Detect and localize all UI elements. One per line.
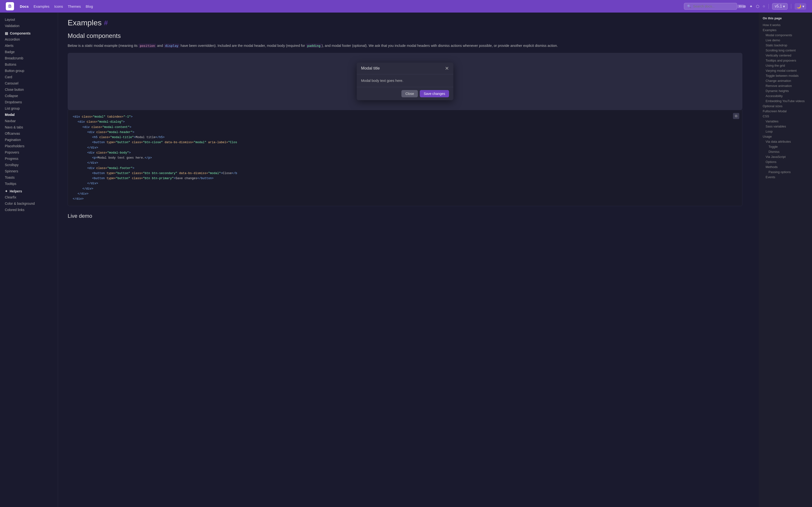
sidebar-item-tooltips[interactable]: Tooltips	[0, 181, 58, 187]
sidebar-item-close-button[interactable]: Close button	[0, 87, 58, 93]
sidebar-item-card[interactable]: Card	[0, 74, 58, 80]
sidebar-item-toasts[interactable]: Toasts	[0, 174, 58, 181]
navbar-search[interactable]: 🔍 ⌘K	[684, 3, 737, 10]
code-line-15: </div>	[73, 186, 737, 191]
navbar-links: Docs Examples Icons Themes Blog	[20, 4, 93, 8]
theme-toggle[interactable]: 🌙 ▾	[795, 3, 806, 10]
components-icon: ▤	[5, 32, 8, 35]
sidebar-item-breadcrumb[interactable]: Breadcrumb	[0, 55, 58, 61]
nav-docs[interactable]: Docs	[20, 4, 29, 8]
rs-youtube[interactable]: Embedding YouTube videos	[759, 99, 812, 104]
rs-css[interactable]: CSS	[759, 114, 812, 119]
rs-toggle[interactable]: Toggle	[759, 144, 812, 149]
modal-footer: Close Save changes	[357, 87, 453, 100]
copy-button[interactable]: ⧉	[733, 113, 739, 119]
code-line-7: </div>	[73, 145, 737, 151]
sidebar-item-carousel[interactable]: Carousel	[0, 80, 58, 87]
sidebar-item-badge[interactable]: Badge	[0, 49, 58, 55]
github-icon[interactable]: ⊗	[743, 4, 746, 9]
rs-grid[interactable]: Using the grid	[759, 63, 812, 68]
rs-sass-variables[interactable]: Sass variables	[759, 124, 812, 129]
rs-via-js[interactable]: Via JavaScript	[759, 154, 812, 159]
rs-usage[interactable]: Usage	[759, 134, 812, 139]
rs-remove-animation[interactable]: Remove animation	[759, 83, 812, 89]
sidebar-item-scrollspy[interactable]: Scrollspy	[0, 162, 58, 168]
sidebar-item-dropdowns[interactable]: Dropdowns	[0, 99, 58, 105]
rs-tooltips-popovers[interactable]: Tooltips and popovers	[759, 58, 812, 63]
sidebar-item-popovers[interactable]: Popovers	[0, 149, 58, 156]
sidebar-item-spinners[interactable]: Spinners	[0, 168, 58, 174]
nav-blog[interactable]: Blog	[86, 4, 93, 8]
rs-options[interactable]: Options	[759, 159, 812, 164]
code-line-9: <p>Modal body text goes here.</p>	[73, 156, 737, 161]
search-input[interactable]	[693, 4, 735, 8]
sidebar-item-modal[interactable]: Modal	[0, 112, 58, 118]
rs-scrolling[interactable]: Scrolling long content	[759, 48, 812, 53]
sidebar-item-alerts[interactable]: Alerts	[0, 43, 58, 49]
modal-components-heading: Modal components	[68, 32, 743, 40]
sidebar-item-buttons[interactable]: Buttons	[0, 61, 58, 68]
live-demo-heading: Live demo	[68, 213, 743, 219]
rs-live-demo[interactable]: Live demo	[759, 38, 812, 43]
rs-how-it-works[interactable]: How it works	[759, 22, 812, 27]
sidebar-item-colored-links[interactable]: Colored links	[0, 207, 58, 213]
slack-icon[interactable]: ⬡	[756, 4, 759, 9]
rs-events[interactable]: Events	[759, 175, 812, 180]
rs-dynamic-heights[interactable]: Dynamic heights	[759, 89, 812, 94]
modal-dialog: Modal title ✕ Modal body text goes here.…	[357, 62, 453, 100]
rs-fullscreen-modal[interactable]: Fullscreen Modal	[759, 109, 812, 114]
rs-variables[interactable]: Variables	[759, 119, 812, 124]
nav-examples[interactable]: Examples	[34, 4, 50, 8]
divider2	[791, 4, 791, 9]
rs-via-data[interactable]: Via data attributes	[759, 139, 812, 144]
sidebar-section-components: ▤ Components	[0, 29, 58, 36]
sidebar-item-navs-tabs[interactable]: Navs & tabs	[0, 124, 58, 130]
sidebar-item-clearfix[interactable]: Clearfix	[0, 194, 58, 201]
sidebar-item-list-group[interactable]: List group	[0, 105, 58, 112]
code-line-17: </div>	[73, 196, 737, 202]
navbar: B Docs Examples Icons Themes Blog 🔍 ⌘K ⊗…	[0, 0, 812, 12]
version-badge[interactable]: v5.1 ▾	[772, 3, 788, 10]
code-line-2: <div class="modal-dialog">	[73, 119, 737, 125]
nav-themes[interactable]: Themes	[68, 4, 81, 8]
twitter-icon[interactable]: ✦	[749, 4, 753, 9]
rs-examples[interactable]: Examples	[759, 27, 812, 33]
code-line-11: <div class="modal-footer">	[73, 166, 737, 171]
sidebar-item-pagination[interactable]: Pagination	[0, 137, 58, 143]
sidebar-item-collapse[interactable]: Collapse	[0, 93, 58, 99]
navbar-brand[interactable]: B	[6, 2, 14, 10]
sidebar-item-layout[interactable]: Layout	[0, 16, 58, 23]
rs-static-backdrop[interactable]: Static backdrop	[759, 43, 812, 48]
rs-vertically-centered[interactable]: Vertically centered	[759, 53, 812, 58]
sidebar-item-progress[interactable]: Progress	[0, 156, 58, 162]
rs-toggle-modals[interactable]: Toggle between modals	[759, 73, 812, 78]
modal-header: Modal title ✕	[357, 62, 453, 74]
rs-methods[interactable]: Methods	[759, 164, 812, 169]
sidebar-item-placeholders[interactable]: Placeholders	[0, 143, 58, 149]
modal-close-button[interactable]: ✕	[445, 66, 449, 71]
sidebar-item-navbar[interactable]: Navbar	[0, 118, 58, 124]
nav-icons[interactable]: Icons	[54, 4, 63, 8]
rs-passing-options[interactable]: Passing options	[759, 169, 812, 175]
open-collective-icon[interactable]: ○	[763, 4, 765, 8]
divider	[768, 4, 769, 9]
sidebar-item-color-bg[interactable]: Color & background	[0, 201, 58, 207]
code-line-4: <div class="modal-header">	[73, 130, 737, 135]
sidebar-item-accordion[interactable]: Accordion	[0, 36, 58, 43]
sidebar-item-validation[interactable]: Validation	[0, 23, 58, 29]
rs-dismiss[interactable]: Dismiss	[759, 149, 812, 154]
rs-loop[interactable]: Loop	[759, 129, 812, 134]
save-changes-button[interactable]: Save changes	[420, 90, 449, 97]
content-area: Examples # Modal components Below is a s…	[58, 12, 754, 507]
rs-optional-sizes[interactable]: Optional sizes	[759, 104, 812, 109]
rs-change-animation[interactable]: Change animation	[759, 78, 812, 83]
page-title-hash[interactable]: #	[104, 19, 108, 27]
rs-accessibility[interactable]: Accessibility	[759, 94, 812, 99]
sidebar-item-offcanvas[interactable]: Offcanvas	[0, 130, 58, 137]
rs-modal-components[interactable]: Modal components	[759, 33, 812, 38]
close-button[interactable]: Close	[401, 90, 418, 97]
sidebar-item-button-group[interactable]: Button group	[0, 68, 58, 74]
code-line-12: <button type="button" class="btn btn-sec…	[73, 171, 737, 176]
code-line-3: <div class="modal-content">	[73, 125, 737, 130]
rs-varying-content[interactable]: Varying modal content	[759, 68, 812, 73]
